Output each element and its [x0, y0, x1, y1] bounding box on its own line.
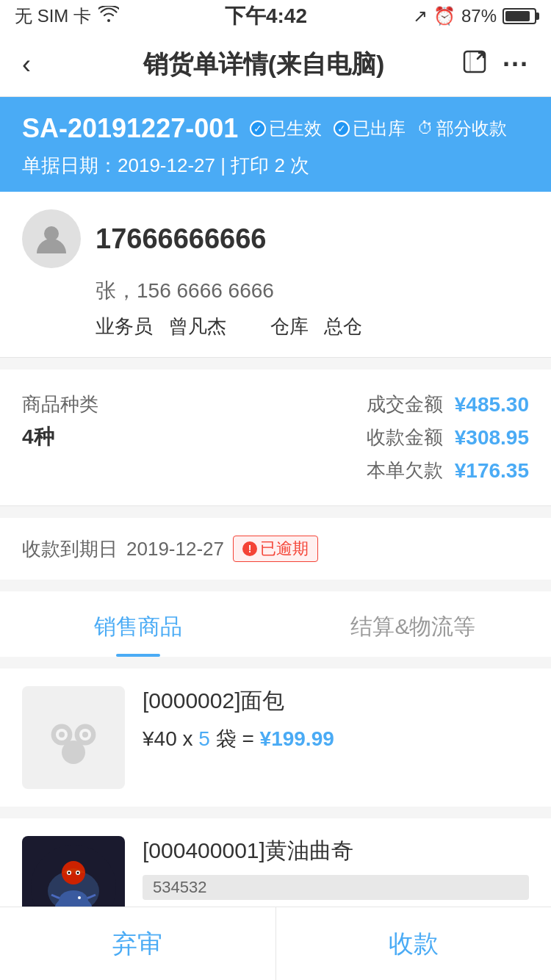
- export-icon[interactable]: [461, 48, 488, 81]
- product-types-value: 4种: [22, 423, 98, 451]
- trade-amount-label: 成交金额: [367, 392, 443, 417]
- nav-bar: ‹ 销货单详情(来自电脑) ···: [0, 32, 551, 97]
- payment-value: ¥308.95: [455, 426, 529, 450]
- svg-point-7: [59, 732, 65, 738]
- overdue-badge: ! 已逾期: [233, 536, 318, 562]
- product-tag-2: 534532: [143, 875, 529, 900]
- bottom-bar: 弃审 收款: [0, 907, 551, 980]
- alarm-icon: ⏰: [433, 6, 455, 26]
- trade-amount-row: 成交金额 ¥485.30: [367, 392, 529, 417]
- abandon-review-button[interactable]: 弃审: [0, 907, 276, 980]
- customer-info: 业务员 曾凡杰 仓库 总仓: [22, 314, 529, 339]
- collect-payment-button[interactable]: 收款: [276, 907, 552, 980]
- trade-amount-value: ¥485.30: [455, 393, 529, 417]
- header-date: 单据日期：2019-12-27 | 打印 2 次: [22, 153, 529, 179]
- salesperson-row: 业务员 曾凡杰: [96, 314, 226, 339]
- tab-settlement[interactable]: 结算&物流等: [276, 591, 551, 657]
- product-qty-1: 5: [198, 727, 210, 750]
- battery-icon: [503, 8, 536, 24]
- overdue-label: 已逾期: [260, 538, 309, 560]
- customer-main: 17666666666: [22, 209, 529, 268]
- debt-value: ¥176.35: [455, 459, 529, 483]
- svg-point-4: [62, 741, 85, 764]
- status-left: 无 SIM 卡: [15, 4, 119, 28]
- product-name-2: [000400001]黄油曲奇: [143, 836, 529, 866]
- payment-row: 收款金额 ¥308.95: [367, 425, 529, 450]
- product-name-1: [0000002]面包: [143, 686, 529, 716]
- wifi-icon: [98, 6, 119, 26]
- order-id: SA-20191227-001: [22, 113, 238, 144]
- debt-label: 本单欠款: [367, 458, 443, 483]
- carrier-label: 无 SIM 卡: [15, 4, 91, 28]
- tab-products[interactable]: 销售商品: [0, 591, 276, 657]
- svg-point-15: [68, 872, 71, 874]
- summary-section: 商品种类 4种 成交金额 ¥485.30 收款金额 ¥308.95 本单欠款 ¥…: [0, 370, 551, 505]
- tabs-bar: 销售商品 结算&物流等: [0, 591, 551, 657]
- due-section: 收款到期日 2019-12-27 ! 已逾期: [0, 518, 551, 580]
- status-partial-payment: ⏱ 部分收款: [417, 117, 507, 140]
- customer-phone: 张，156 6666 6666: [22, 277, 529, 305]
- debt-row: 本单欠款 ¥176.35: [367, 458, 529, 483]
- order-id-row: SA-20191227-001 ✓ 已生效 ✓ 已出库 ⏱ 部分收款: [22, 113, 529, 144]
- status-right: ↗ ⏰ 87%: [413, 6, 536, 26]
- svg-point-8: [82, 732, 88, 738]
- back-button[interactable]: ‹: [22, 49, 66, 80]
- location-icon: ↗: [413, 6, 428, 26]
- warehouse-label: 仓库: [270, 315, 309, 337]
- overdue-icon: !: [242, 541, 257, 556]
- customer-id: 17666666666: [96, 223, 266, 255]
- summary-left: 商品种类 4种: [22, 392, 98, 483]
- product-types-label: 商品种类: [22, 392, 98, 417]
- nav-actions: ···: [461, 48, 529, 81]
- svg-point-18: [78, 896, 81, 899]
- svg-text:+: +: [66, 748, 71, 757]
- salesperson-value: 曾凡杰: [169, 315, 226, 337]
- more-icon[interactable]: ···: [503, 49, 529, 80]
- product-item: + [0000002]面包 ¥40 x 5 袋 = ¥199.99: [0, 669, 551, 807]
- status-shipped: ✓ 已出库: [334, 117, 406, 140]
- battery-percent: 87%: [461, 6, 497, 26]
- due-date-label: 收款到期日: [22, 536, 118, 562]
- avatar: [22, 209, 81, 268]
- payment-label: 收款金额: [367, 425, 443, 450]
- separator-1: [0, 357, 551, 358]
- warehouse-value: 总仓: [324, 315, 362, 337]
- warehouse-row: 仓库 总仓: [270, 314, 363, 339]
- customer-section: 17666666666 张，156 6666 6666 业务员 曾凡杰 仓库 总…: [0, 192, 551, 357]
- product-info-1: [0000002]面包 ¥40 x 5 袋 = ¥199.99: [143, 686, 529, 753]
- clock-icon: ⏱: [417, 119, 433, 138]
- svg-point-16: [77, 872, 79, 874]
- product-price-1: ¥40 x 5 袋 = ¥199.99: [143, 725, 529, 753]
- status-effective: ✓ 已生效: [250, 117, 322, 140]
- summary-right: 成交金额 ¥485.30 收款金额 ¥308.95 本单欠款 ¥176.35: [367, 392, 529, 483]
- product-thumbnail-1: +: [22, 686, 125, 789]
- status-time: 下午4:42: [225, 2, 307, 30]
- salesperson-label: 业务员: [96, 315, 153, 337]
- status-bar: 无 SIM 卡 下午4:42 ↗ ⏰ 87%: [0, 0, 551, 32]
- header-banner: SA-20191227-001 ✓ 已生效 ✓ 已出库 ⏱ 部分收款 单据日期：…: [0, 97, 551, 192]
- product-total-1: ¥199.99: [260, 727, 334, 750]
- check-icon-shipped: ✓: [334, 120, 350, 137]
- due-date-value: 2019-12-27: [126, 538, 224, 561]
- page-title: 销货单详情(来自电脑): [143, 48, 385, 82]
- separator-2: [0, 505, 551, 506]
- check-icon-effective: ✓: [250, 120, 266, 137]
